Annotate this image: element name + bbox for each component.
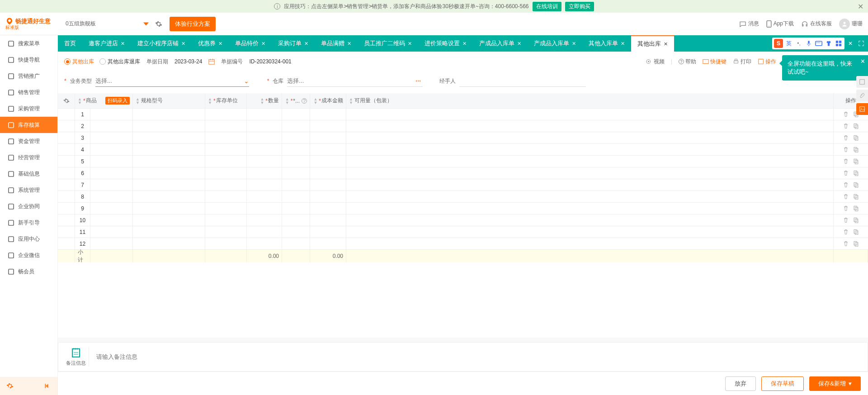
mic-icon[interactable] xyxy=(805,39,813,48)
close-icon[interactable]: ✕ xyxy=(621,41,625,47)
radio-other-out-return[interactable]: 其他出库退库 xyxy=(99,58,140,66)
delete-row-icon[interactable] xyxy=(843,217,849,223)
grid-icon[interactable] xyxy=(835,39,843,48)
tab-4[interactable]: 单品特价✕ xyxy=(229,35,272,52)
table-row[interactable]: 1 xyxy=(58,109,868,120)
user-menu[interactable]: 珊珊 xyxy=(839,19,863,29)
sidebar-item-12[interactable]: 应用中心 xyxy=(0,231,57,247)
sidebar-item-6[interactable]: 资金管理 xyxy=(0,133,57,149)
ime-mode[interactable]: 英 xyxy=(785,39,793,48)
warehouse-input[interactable] xyxy=(287,75,423,87)
copy-row-icon[interactable] xyxy=(853,205,859,211)
table-row[interactable]: 4 xyxy=(58,144,868,156)
col-avail[interactable]: ▲▼可用量（包装） xyxy=(346,93,834,108)
copy-row-icon[interactable] xyxy=(853,170,859,176)
tab-11[interactable]: 其他入库单✕ xyxy=(582,35,631,52)
tab-5[interactable]: 采购订单✕ xyxy=(272,35,315,52)
hotkey-link[interactable]: 快捷键 xyxy=(703,58,726,66)
print-link[interactable]: 打印 xyxy=(733,58,751,66)
scan-badge[interactable]: 扫码录入 xyxy=(105,97,130,105)
copy-row-icon[interactable] xyxy=(853,147,859,152)
close-icon[interactable]: ✕ xyxy=(664,41,668,47)
tab-10[interactable]: 产成品入库单✕ xyxy=(528,35,582,52)
app-download-link[interactable]: App下载 xyxy=(766,20,794,28)
doc-date-value[interactable]: 2023-03-24 xyxy=(175,58,202,65)
copy-row-icon[interactable] xyxy=(853,158,859,164)
info-icon[interactable]: ? xyxy=(302,98,307,104)
copy-row-icon[interactable] xyxy=(853,241,859,247)
col-settings[interactable] xyxy=(58,93,75,108)
delete-row-icon[interactable] xyxy=(843,158,849,164)
close-icon[interactable]: ✕ xyxy=(347,41,351,47)
table-row[interactable]: 2 xyxy=(58,120,868,132)
copy-row-icon[interactable] xyxy=(853,182,859,188)
close-icon[interactable]: ✕ xyxy=(181,41,185,47)
copy-row-icon[interactable] xyxy=(853,135,859,141)
sidebar-item-11[interactable]: 新手引导 xyxy=(0,214,57,231)
note-tool-icon[interactable] xyxy=(856,76,868,88)
ops-link[interactable]: 操作 xyxy=(758,58,776,66)
table-row[interactable]: 9 xyxy=(58,203,868,214)
discard-button[interactable]: 放弃 xyxy=(725,376,756,391)
close-icon[interactable]: ✕ xyxy=(121,41,125,47)
delete-row-icon[interactable] xyxy=(843,229,849,235)
tab-2[interactable]: 建立小程序店铺✕ xyxy=(131,35,192,52)
table-row[interactable]: 7 xyxy=(58,179,868,191)
tab-6[interactable]: 单品满赠✕ xyxy=(315,35,358,52)
online-training-button[interactable]: 在线培训 xyxy=(533,2,561,11)
delete-row-icon[interactable] xyxy=(843,135,849,141)
sidebar-item-0[interactable]: 搜索菜单 xyxy=(0,35,57,52)
handler-input[interactable] xyxy=(459,75,586,87)
collapse-icon[interactable] xyxy=(44,383,51,389)
table-row[interactable]: 5 xyxy=(58,156,868,167)
biz-type-input[interactable] xyxy=(95,75,249,87)
sidebar-item-8[interactable]: 基础信息 xyxy=(0,166,57,182)
buy-now-button[interactable]: 立即购买 xyxy=(565,2,594,11)
table-row[interactable]: 12 xyxy=(58,238,868,250)
delete-row-icon[interactable] xyxy=(843,123,849,129)
close-tab-icon[interactable]: ✕ xyxy=(845,38,855,48)
save-new-button[interactable]: 保存&新增▾ xyxy=(809,376,861,391)
messages-link[interactable]: 消息 xyxy=(739,20,759,28)
delete-row-icon[interactable] xyxy=(843,205,849,211)
close-tip-icon[interactable]: ✕ xyxy=(858,2,863,11)
tab-8[interactable]: 进价策略设置✕ xyxy=(418,35,473,52)
sidebar-item-7[interactable]: 经营管理 xyxy=(0,149,57,166)
close-icon[interactable]: ✕ xyxy=(462,41,467,47)
org-settings-button[interactable] xyxy=(152,18,165,30)
org-selector[interactable]: 0五组旗舰板 xyxy=(62,17,152,31)
calendar-icon[interactable] xyxy=(208,58,215,65)
copy-row-icon[interactable] xyxy=(853,194,859,200)
close-icon[interactable]: ✕ xyxy=(408,41,412,47)
sidebar-item-10[interactable]: 企业协同 xyxy=(0,198,57,214)
copy-row-icon[interactable] xyxy=(853,229,859,235)
try-solution-button[interactable]: 体验行业方案 xyxy=(170,17,216,31)
copy-row-icon[interactable] xyxy=(853,217,859,223)
chevron-down-icon[interactable]: ⌄ xyxy=(244,77,249,85)
col-qty[interactable]: ▲▼*数量 xyxy=(247,93,282,108)
delete-row-icon[interactable] xyxy=(843,182,849,188)
col-unit[interactable]: ▲▼*库存单位 xyxy=(205,93,247,108)
table-row[interactable]: 10 xyxy=(58,214,868,226)
tab-1[interactable]: 邀客户进店✕ xyxy=(82,35,131,52)
delete-row-icon[interactable] xyxy=(843,147,849,152)
keyboard-icon[interactable] xyxy=(815,39,823,48)
delete-row-icon[interactable] xyxy=(843,111,849,117)
sidebar-item-4[interactable]: 采购管理 xyxy=(0,100,57,117)
ime-punct-icon[interactable]: •, xyxy=(795,39,803,48)
close-icon[interactable]: ✕ xyxy=(304,41,308,47)
col-cost[interactable]: ▲▼*成本金额 xyxy=(310,93,346,108)
close-icon[interactable]: ✕ xyxy=(261,41,265,47)
remark-input[interactable] xyxy=(94,347,863,366)
more-icon[interactable]: ⋯ xyxy=(415,78,421,84)
table-row[interactable]: 3 xyxy=(58,132,868,144)
sidebar-item-3[interactable]: 销售管理 xyxy=(0,84,57,100)
sidebar-item-9[interactable]: 系统管理 xyxy=(0,182,57,198)
skin-icon[interactable] xyxy=(825,39,833,48)
col-price[interactable]: ▲▼**...? xyxy=(282,93,310,108)
sidebar-item-5[interactable]: 库存核算 xyxy=(0,117,57,133)
online-service-link[interactable]: 在线客服 xyxy=(801,20,832,28)
close-hint-icon[interactable]: ✕ xyxy=(860,58,865,65)
settings-icon[interactable] xyxy=(6,382,14,390)
tab-12[interactable]: 其他出库✕ xyxy=(631,35,674,52)
